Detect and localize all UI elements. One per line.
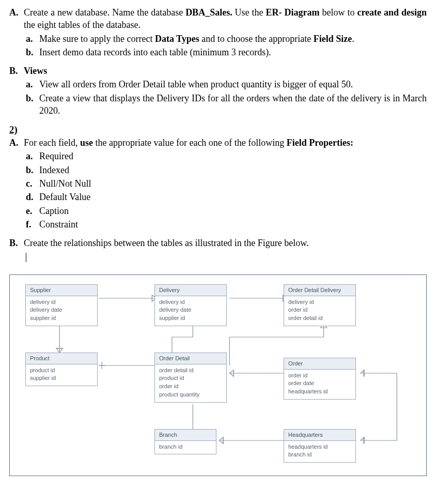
m-2A-e: e. [26, 205, 39, 218]
field: product id [159, 374, 222, 383]
entity-supplier: Supplier delivery id delivery date suppl… [25, 284, 98, 326]
text-2A: For each field, use the appropriate valu… [24, 136, 427, 149]
marker-1B: B. [9, 65, 24, 78]
field: order id [159, 383, 222, 391]
er-diagram: Supplier delivery id delivery date suppl… [9, 274, 427, 476]
field: branch id [288, 451, 351, 459]
entity-title: Supplier [26, 285, 97, 296]
text-2B: Create the relationships between the tab… [24, 237, 427, 249]
field: order date [288, 379, 351, 388]
text-1A: Create a new database. Name the database… [24, 6, 427, 32]
entity-branch: Branch branch id [154, 429, 216, 455]
marker-2A: A. [9, 136, 24, 150]
t-2A-b: Indexed [39, 164, 427, 176]
field: supplier id [30, 314, 93, 323]
entity-title: Product [26, 353, 97, 364]
field: headquarters id [288, 388, 351, 396]
entity-order: Order order id order date headquarters i… [284, 358, 356, 400]
entity-title: Delivery [155, 285, 226, 296]
entity-title: Order [284, 358, 355, 370]
field: delivery id [159, 298, 222, 307]
text-1A-b: Insert demo data records into each table… [39, 46, 427, 58]
section-2B: B. Create the relationships between the … [9, 237, 427, 263]
title-1B: Views [24, 65, 427, 77]
t-2A-c: Null/Not Null [39, 177, 427, 190]
m-2A-f: f. [26, 218, 39, 232]
marker-1A: A. [9, 6, 24, 33]
t-2A-e: Caption [39, 205, 427, 217]
field: product quantity [159, 391, 222, 399]
m-2A-c: c. [26, 177, 39, 191]
field: delivery id [288, 298, 351, 307]
entity-title: Order Detail Delivery [284, 285, 355, 296]
entity-headquarters: Headquarters headquarters id branch id [284, 429, 356, 463]
marker-1A-a: a. [26, 33, 39, 46]
field: delivery id [30, 298, 93, 307]
marker-1B-a: a. [26, 78, 39, 91]
field: delivery date [30, 306, 93, 314]
entity-delivery: Delivery delivery id delivery date suppl… [154, 284, 227, 326]
field: headquarters id [288, 443, 351, 451]
m-2A-d: d. [26, 191, 39, 204]
marker-2B: B. [9, 237, 24, 250]
entity-order-detail: Order Detail order detail id product id … [154, 353, 227, 403]
section-2: 2) A. For each field, use the appropriat… [9, 123, 427, 232]
t-2A-d: Default Value [39, 191, 427, 203]
text-1B-b: Create a view that displays the Delivery… [39, 92, 427, 117]
field: order detail id [159, 366, 222, 375]
field: supplier id [30, 374, 93, 383]
field: supplier id [159, 314, 222, 323]
t-2A-f: Constraint [39, 218, 427, 231]
field: order id [288, 372, 351, 380]
entity-product: Product product id supplier id [25, 353, 98, 386]
entity-title: Branch [155, 430, 216, 441]
text-1A-a: Make sure to apply the correct Data Type… [39, 33, 427, 45]
field: branch id [159, 443, 212, 451]
field: delivery date [159, 306, 222, 314]
marker-2: 2) [9, 123, 427, 136]
field: order id [288, 306, 351, 314]
entity-title: Order Detail [155, 353, 226, 364]
marker-1A-b: b. [26, 46, 39, 59]
t-2A-a: Required [39, 150, 427, 162]
text-1B-a: View all orders from Order Detail table … [39, 78, 427, 90]
section-1A: A. Create a new database. Name the datab… [9, 6, 427, 59]
entity-order-detail-delivery: Order Detail Delivery delivery id order … [284, 284, 356, 326]
entity-title: Headquarters [284, 430, 355, 441]
m-2A-a: a. [26, 150, 39, 163]
section-1B: B. Views a. View all orders from Order D… [9, 65, 427, 118]
field: product id [30, 366, 93, 375]
field: order detail id [288, 314, 351, 323]
text-cursor [26, 253, 27, 262]
marker-1B-b: b. [26, 92, 39, 118]
m-2A-b: b. [26, 164, 39, 177]
